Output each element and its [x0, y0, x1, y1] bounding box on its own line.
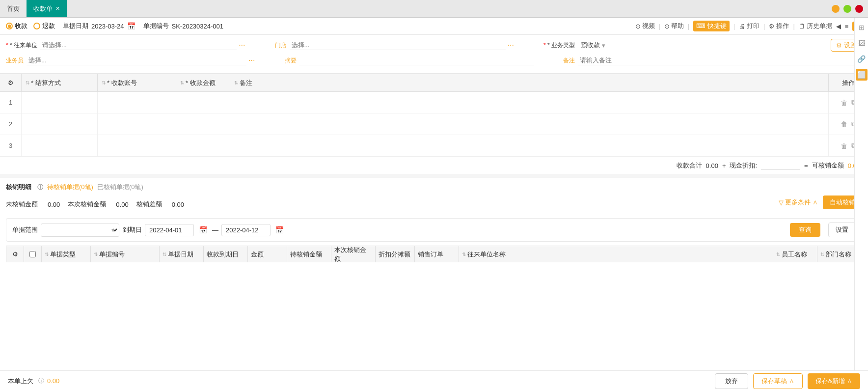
nav-list[interactable]: ≡: [845, 23, 849, 30]
business-type-label: * 业务类型: [543, 41, 575, 50]
help-btn[interactable]: ⊙ 帮助: [664, 22, 684, 30]
vth-type: ⇅ 单据类型: [42, 246, 91, 262]
row-remark-2[interactable]: [230, 113, 829, 135]
query-button[interactable]: 查询: [790, 223, 820, 237]
per-bill-info-icon[interactable]: ⓘ: [38, 377, 44, 385]
due-date-label: 到期日: [123, 225, 142, 234]
th-settings[interactable]: ⚙: [0, 74, 22, 91]
calendar-to-icon[interactable]: 📅: [275, 226, 284, 234]
th-amount: ⇅ * 收款金额: [176, 74, 230, 91]
right-panel-image-icon[interactable]: 🖼: [856, 37, 868, 49]
business-type-arrow-icon[interactable]: ▾: [602, 42, 605, 49]
right-panel-table-icon[interactable]: ⊞: [856, 22, 868, 33]
history-btn[interactable]: 🗒 历史单据: [799, 22, 832, 30]
bottom-left: 本单上欠 ⓘ 0.00: [8, 377, 59, 386]
tab-receipt-label: 收款单: [33, 4, 53, 13]
nav-prev[interactable]: ◀: [836, 23, 841, 30]
draft-button[interactable]: 保存草稿 ∧: [753, 373, 803, 389]
staff-label: 业务员: [6, 56, 24, 65]
vth-sale: 销售订单: [415, 246, 459, 262]
more-conditions-btn[interactable]: ▽ 更多条件 ∧: [779, 198, 818, 207]
row-num-2: 2: [0, 113, 22, 135]
total-value: 0.00: [706, 162, 718, 169]
vth-pending: 待核销金额: [287, 246, 331, 262]
note-input[interactable]: [578, 56, 862, 65]
calendar-from-icon[interactable]: 📅: [199, 226, 207, 234]
doc-range-select[interactable]: [41, 223, 119, 237]
video-btn[interactable]: ⊙ 视频: [635, 22, 655, 30]
store-input[interactable]: [290, 40, 506, 50]
doc-range-label: 单据范围: [12, 225, 38, 234]
vth-due: 收款到期日: [204, 246, 248, 262]
window-controls: [832, 5, 868, 13]
print-btn[interactable]: 🖨 打印: [739, 22, 760, 30]
operate-btn[interactable]: ⚙ 操作: [769, 22, 789, 30]
verify-filters: 单据范围 ▾ 到期日 📅 — 📅 查询 设置: [6, 218, 862, 242]
stat-unrealized-label: 未核销金额: [6, 200, 38, 209]
verify-tab-pending[interactable]: 待核销单据(0笔): [47, 183, 93, 192]
abandon-button[interactable]: 放弃: [715, 373, 748, 389]
due-date-from-input[interactable]: [145, 224, 194, 236]
radio-refund[interactable]: 退款: [33, 22, 55, 30]
save-new-button[interactable]: 保存&新增 ∧: [808, 373, 860, 389]
calendar-icon[interactable]: 📅: [127, 22, 136, 30]
right-panel-scan-icon[interactable]: ⬜: [856, 69, 868, 81]
tab-receipt[interactable]: 收款单 ✕: [27, 0, 67, 17]
staff-input[interactable]: [27, 56, 246, 65]
row-jiesuan-2[interactable]: [22, 113, 98, 135]
radio-group: 收款 退款: [6, 22, 55, 30]
vth-company: ⇅ 往来单位名称: [459, 246, 773, 262]
bottom-right: 放弃 保存草稿 ∧ 保存&新增 ∧: [715, 373, 860, 389]
table-header: ⚙ ⇅ * 结算方式 ⇅ * 收款账号 ⇅ * 收款金额 ⇅ 备注 操作: [0, 74, 868, 92]
toolbar-row: 收款 退款 单据日期 2023-03-24 📅 单据编号 SK-20230324…: [0, 18, 868, 35]
row-delete-icon-2[interactable]: 🗑: [841, 120, 847, 128]
settings-icon-verify[interactable]: ⚙: [12, 251, 18, 258]
row-jiesuan-3[interactable]: [22, 135, 98, 156]
right-panel: ⊞ 🖼 🔗 ⬜: [854, 18, 868, 370]
row-remark-1[interactable]: [230, 92, 829, 113]
filter-settings-button[interactable]: 设置: [828, 223, 856, 237]
from-unit-more-icon[interactable]: ···: [239, 41, 245, 50]
row-account-1[interactable]: [98, 92, 176, 113]
shortcut-btn[interactable]: ⌨ 快捷键: [693, 21, 729, 31]
tab-home[interactable]: 首页: [0, 0, 27, 17]
row-account-2[interactable]: [98, 113, 176, 135]
row-amount-1[interactable]: [176, 92, 230, 113]
store-more-icon[interactable]: ···: [508, 41, 514, 50]
print-icon: 🖨: [739, 23, 745, 30]
toolbar-right: ⊙ 视频 | ⊙ 帮助 | ⌨ 快捷键 | 🖨 打印 | ⚙ 操作: [635, 21, 862, 31]
row-delete-icon-1[interactable]: 🗑: [841, 99, 847, 107]
row-delete-icon-3[interactable]: 🗑: [841, 142, 847, 150]
form-row-1: * 往来单位 ··· 门店 ··· * 业务类型 预收款 ▾ ⚙ 设置: [6, 39, 862, 52]
staff-more-icon[interactable]: ···: [248, 56, 255, 65]
doc-num-group: 单据编号 SK-20230324-001: [143, 22, 224, 30]
stat-this-label: 本次核销金额: [68, 200, 106, 209]
tab-home-label: 首页: [7, 4, 20, 13]
table-row: 1 🗑 ⧉: [0, 92, 868, 113]
window-maximize[interactable]: [843, 5, 851, 13]
due-date-to-input[interactable]: [221, 224, 271, 236]
select-all-checkbox[interactable]: [29, 251, 36, 257]
row-account-3[interactable]: [98, 135, 176, 156]
vth-date: ⇅ 单据日期: [160, 246, 204, 262]
summary-field: 摘要: [285, 56, 534, 65]
row-amount-3[interactable]: [176, 135, 230, 156]
verify-info-icon[interactable]: ⓘ: [37, 183, 43, 192]
from-unit-input[interactable]: [40, 40, 237, 50]
window-minimize[interactable]: [832, 5, 840, 13]
row-amount-2[interactable]: [176, 113, 230, 135]
window-close[interactable]: [855, 5, 863, 13]
th-account: ⇅ * 收款账号: [98, 74, 176, 91]
radio-receipt[interactable]: 收款: [6, 22, 27, 30]
row-jiesuan-1[interactable]: [22, 92, 98, 113]
row-remark-3[interactable]: [230, 135, 829, 156]
store-field: 门店 ···: [275, 40, 515, 50]
row-num-1: 1: [0, 92, 22, 113]
summary-input[interactable]: [299, 56, 534, 65]
discount-input[interactable]: [761, 162, 800, 169]
tab-close-icon[interactable]: ✕: [55, 5, 60, 12]
staff-field: 业务员 ···: [6, 56, 255, 65]
receipt-table: ⚙ ⇅ * 结算方式 ⇅ * 收款账号 ⇅ * 收款金额 ⇅ 备注 操作 1: [0, 74, 868, 157]
verify-table-header: ⚙ ⇅ 单据类型 ⇅ 单据编号 ⇅ 单据日期 收款到期日 金额: [6, 246, 862, 262]
right-panel-link-icon[interactable]: 🔗: [856, 53, 868, 65]
